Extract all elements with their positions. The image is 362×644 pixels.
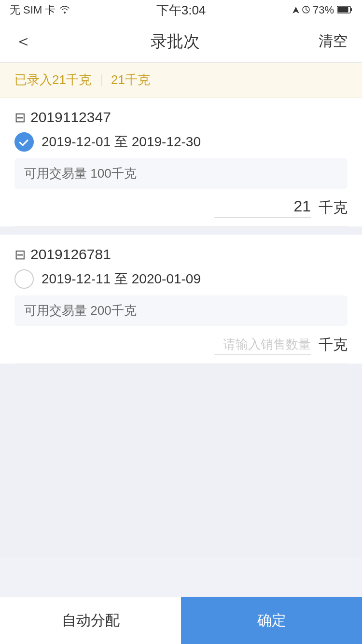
batch-2-unit: 千克: [319, 335, 348, 355]
batch-2-icon: ⊟: [14, 247, 26, 263]
bottom-bar: 自动分配 确定: [0, 597, 362, 644]
auto-distribute-button[interactable]: 自动分配: [0, 597, 181, 644]
batch-2-available: 可用交易量 200千克: [14, 295, 348, 326]
recorded-label: 已录入21千克: [14, 71, 91, 88]
batch-2-date-row: 2019-12-11 至 2020-01-09: [14, 269, 348, 289]
batch-2-qty-input[interactable]: [214, 335, 311, 355]
location-icon: [292, 4, 299, 16]
back-button[interactable]: ＜: [14, 29, 32, 53]
svg-rect-2: [350, 8, 352, 11]
carrier-text: 无 SIM 卡: [10, 3, 56, 17]
battery-icon: [337, 4, 352, 16]
batch-1-date: 2019-12-01 至 2019-12-30: [42, 133, 201, 151]
batch-1-header: ⊟ 2019112347: [14, 109, 348, 126]
batch-1-radio[interactable]: [14, 132, 34, 152]
clock-icon: [302, 4, 310, 16]
batch-card-1: ⊟ 2019112347 2019-12-01 至 2019-12-30 可用交…: [0, 98, 362, 189]
batch-1-icon: ⊟: [14, 110, 26, 126]
batch-1-available: 可用交易量 100千克: [14, 158, 348, 189]
recorded-value: 21千克: [111, 71, 150, 88]
batch-2-date: 2019-12-11 至 2020-01-09: [42, 270, 201, 288]
status-bar: 无 SIM 卡 下午3:04: [0, 0, 362, 20]
wifi-icon: [59, 4, 70, 16]
section-divider: [0, 227, 362, 235]
batch-2-radio[interactable]: [14, 269, 34, 289]
batch-1-unit: 千克: [319, 198, 348, 218]
batch-card-2: ⊟ 2019126781 2019-12-11 至 2020-01-09 可用交…: [0, 235, 362, 326]
batch-1-qty-input[interactable]: [214, 197, 311, 218]
info-banner: 已录入21千克 21千克: [0, 63, 362, 98]
empty-area: [0, 364, 362, 557]
status-bar-right: 73%: [292, 4, 352, 16]
batch-2-qty-row: 千克: [0, 326, 362, 364]
clear-button[interactable]: 清空: [319, 31, 348, 51]
batch-1-qty-row: 千克: [0, 189, 362, 226]
confirm-button[interactable]: 确定: [181, 597, 362, 644]
batch-2-header: ⊟ 2019126781: [14, 246, 348, 263]
batch-1-id: 2019112347: [30, 109, 111, 126]
page-title: 录批次: [151, 30, 200, 53]
status-bar-time: 下午3:04: [156, 2, 206, 19]
batch-1-date-row: 2019-12-01 至 2019-12-30: [14, 132, 348, 152]
svg-rect-3: [338, 7, 348, 13]
battery-percent: 73%: [313, 4, 334, 16]
batch-2-id: 2019126781: [30, 246, 111, 263]
status-bar-left: 无 SIM 卡: [10, 3, 70, 17]
nav-bar: ＜ 录批次 清空: [0, 20, 362, 63]
banner-divider: [101, 74, 101, 86]
